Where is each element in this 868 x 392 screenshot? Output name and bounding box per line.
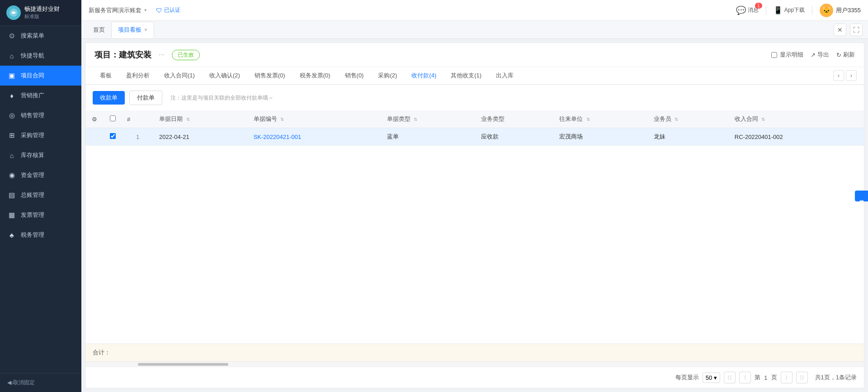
col-partner[interactable]: 往来单位 ⇅: [554, 110, 648, 128]
per-page-select[interactable]: 50 ▾: [703, 373, 720, 383]
data-table-wrap: ⚙ # 单据日期 ⇅ 单据编号 ⇅: [85, 110, 864, 344]
col-salesperson-label: 业务员: [654, 115, 671, 122]
more-options-icon[interactable]: ···: [159, 51, 165, 59]
purchase-icon: ⊞: [7, 131, 16, 140]
sidebar: 畅捷通好业财 标准版 ⊙ 搜索菜单 ⌂ 快捷导航 ▣ 项目合同 ♦ 营销推广 ◎…: [0, 0, 81, 392]
sidebar-item-invoice[interactable]: ▦ 发票管理: [0, 205, 81, 225]
project-status-badge: 已生效: [172, 50, 200, 60]
message-icon: 💬: [736, 5, 746, 15]
topbar: 新服务官网演示账套 ▾ 🛡 已认证 💬 1 消息 📱 App下载 🐱 用: [81, 0, 868, 21]
sub-tab-kanban[interactable]: 看板: [93, 67, 119, 85]
inventory-icon: ⌂: [7, 151, 16, 160]
close-window-button[interactable]: ✕: [834, 24, 846, 36]
finance-icon: ◉: [7, 171, 16, 180]
col-date[interactable]: 单据日期 ⇅: [154, 110, 248, 128]
next-page-icon: ⟩: [785, 374, 788, 381]
sub-tab-income-confirm[interactable]: 收入确认(2): [202, 67, 247, 85]
col-salesperson[interactable]: 业务员 ⇅: [648, 110, 729, 128]
unpin-button[interactable]: ◀ᵢᵢ取消固定: [0, 373, 81, 392]
topbar-divider-2: [812, 6, 812, 15]
sub-tab-purchase[interactable]: 采购(2): [371, 67, 404, 85]
sidebar-item-project-contract[interactable]: ▣ 项目合同: [0, 66, 81, 86]
invoice-icon: ▦: [7, 210, 16, 220]
sub-tab-warehouse[interactable]: 出入库: [489, 67, 521, 85]
next-page-button[interactable]: ⟩: [781, 372, 793, 383]
payment-button[interactable]: 付款单: [129, 91, 162, 105]
show-detail-label: 显示明细: [780, 51, 803, 59]
horizontal-scrollbar[interactable]: [85, 361, 864, 367]
export-button[interactable]: ↗ 导出: [811, 51, 829, 59]
sub-tab-next-button[interactable]: ›: [846, 70, 857, 81]
refresh-button[interactable]: ↻ 刷新: [836, 51, 855, 59]
toolbar-note: 注：这里是与项目关联的全部收付款单哦～: [170, 94, 274, 102]
sidebar-item-sales[interactable]: ◎ 销售管理: [0, 105, 81, 125]
sort-income-contract-icon: ⇅: [761, 117, 765, 122]
feedback-button[interactable]: 意见反馈: [855, 191, 868, 201]
refresh-icon: ↻: [836, 52, 841, 58]
col-checkbox-header: [104, 110, 122, 128]
last-page-button[interactable]: ⟩⟩: [796, 372, 808, 383]
sub-tab-receipt[interactable]: 收付款(4): [404, 67, 443, 85]
search-icon: ⊙: [7, 31, 16, 40]
account-selector[interactable]: 新服务官网演示账套 ▾: [89, 6, 147, 14]
expand-window-button[interactable]: ⛶: [850, 24, 863, 36]
col-date-label: 单据日期: [159, 115, 183, 122]
tab-home[interactable]: 首页: [87, 22, 111, 38]
table-row: 1 2022-04-21 SK-20220421-001 蓝单 应收款 宏茂商场…: [85, 128, 864, 146]
receipt-number-link[interactable]: SK-20220421-001: [254, 134, 302, 140]
col-type[interactable]: 单据类型 ⇅: [382, 110, 476, 128]
first-page-button[interactable]: ⟨⟨: [724, 372, 736, 383]
phone-icon: 📱: [774, 6, 783, 14]
sort-type-icon: ⇅: [414, 117, 417, 122]
col-income-contract[interactable]: 收入合同 ⇅: [729, 110, 864, 128]
main-area: 新服务官网演示账套 ▾ 🛡 已认证 💬 1 消息 📱 App下载 🐱 用: [81, 0, 868, 392]
sidebar-label-sales: 销售管理: [21, 111, 44, 120]
sidebar-item-ledger[interactable]: ▤ 总账管理: [0, 185, 81, 205]
sort-date-icon: ⇅: [186, 117, 190, 122]
sub-tab-nav: ‹ ›: [833, 70, 857, 81]
sidebar-item-inventory[interactable]: ⌂ 库存核算: [0, 145, 81, 165]
col-number[interactable]: 单据编号 ⇅: [248, 110, 382, 128]
sub-tab-income-contract[interactable]: 收入合同(1): [157, 67, 202, 85]
sidebar-label-finance: 资金管理: [21, 171, 44, 179]
sidebar-item-purchase[interactable]: ⊞ 采购管理: [0, 125, 81, 145]
sub-tab-tax-invoice[interactable]: 税务发票(0): [292, 67, 338, 85]
scrollbar-thumb[interactable]: [138, 363, 228, 366]
app-label: App下载: [784, 6, 805, 14]
col-settings[interactable]: ⚙: [85, 110, 104, 128]
tab-home-label: 首页: [93, 26, 105, 34]
sidebar-item-quick-nav[interactable]: ⌂ 快捷导航: [0, 46, 81, 66]
sub-tab-sales-invoice[interactable]: 销售发票(0): [247, 67, 292, 85]
topbar-left: 新服务官网演示账套 ▾ 🛡 已认证: [89, 6, 736, 14]
export-label: 导出: [817, 51, 829, 59]
certified-text: 已认证: [164, 6, 180, 14]
project-actions: 显示明细 ↗ 导出 ↻ 刷新: [771, 51, 855, 59]
unpin-label: ◀ᵢᵢ取消固定: [7, 379, 35, 387]
cell-number: SK-20220421-001: [248, 128, 382, 146]
message-button[interactable]: 💬 1 消息: [736, 5, 759, 15]
sidebar-item-search[interactable]: ⊙ 搜索菜单: [0, 26, 81, 46]
project-prefix: 项目：: [94, 49, 119, 60]
sort-salesperson-icon: ⇅: [675, 117, 678, 122]
show-detail-input[interactable]: [771, 52, 777, 58]
sidebar-item-marketing[interactable]: ♦ 营销推广: [0, 86, 81, 105]
show-detail-checkbox[interactable]: 显示明细: [771, 51, 803, 59]
tab-project-board[interactable]: 项目看板 ×: [111, 22, 154, 38]
certified-badge: 🛡 已认证: [156, 6, 180, 14]
app-download-button[interactable]: 📱 App下载: [774, 6, 805, 14]
select-all-checkbox[interactable]: [110, 115, 116, 121]
receipt-button[interactable]: 收款单: [93, 91, 125, 105]
sub-tab-other-expense[interactable]: 其他收支(1): [443, 67, 489, 85]
prev-page-button[interactable]: ⟨: [739, 372, 751, 383]
user-menu[interactable]: 🐱 用户3355: [820, 4, 861, 17]
sidebar-label-inventory: 库存核算: [21, 151, 44, 159]
tab-close-icon[interactable]: ×: [144, 27, 147, 33]
sidebar-item-finance[interactable]: ◉ 资金管理: [0, 165, 81, 185]
cell-checkbox[interactable]: [104, 128, 122, 146]
sidebar-item-tax[interactable]: ♣ 税务管理: [0, 225, 81, 245]
sub-tab-profit[interactable]: 盈利分析: [119, 67, 157, 85]
row-checkbox[interactable]: [110, 133, 116, 139]
marketing-icon: ♦: [7, 91, 16, 100]
sub-tab-prev-button[interactable]: ‹: [833, 70, 844, 81]
sub-tab-sales[interactable]: 销售(0): [338, 67, 371, 85]
